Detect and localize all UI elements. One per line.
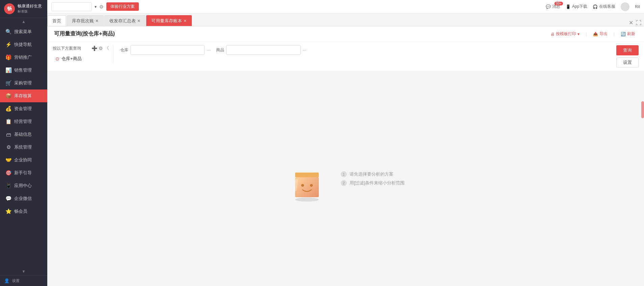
- tab-recv-summary-label: 收发存汇总表: [109, 18, 136, 24]
- user-icon: 👤: [4, 278, 9, 283]
- print-icon: 🖨: [550, 32, 555, 36]
- tab-recv-summary[interactable]: 收发存汇总表 ✕: [104, 15, 146, 26]
- topbar-avatar[interactable]: [621, 2, 629, 11]
- sidebar-subtitle: 标准版: [18, 9, 42, 14]
- search-icon: 🔍: [5, 29, 11, 35]
- sidebar-item-search[interactable]: 🔍 搜索菜单: [0, 25, 47, 38]
- sidebar-item-member[interactable]: ⭐ 畅会员: [0, 205, 47, 218]
- query-btn[interactable]: 查询: [616, 45, 639, 55]
- sidebar-item-label: 快捷导航: [14, 42, 32, 48]
- sidebar-item-label: 基础信息: [14, 131, 32, 137]
- filter-scheme-header: 按以下方案查询 ➕ ⚙ 《: [53, 45, 109, 51]
- svg-point-6: [301, 184, 304, 187]
- sidebar-item-label: 采购管理: [14, 80, 32, 86]
- tab-expand-btn[interactable]: ⛶: [636, 20, 641, 26]
- sidebar-nav: 🔍 搜索菜单 ⚡ 快捷导航 🎁 营销推广 📊 销售管理 🛒 采购管理 📦 库存核…: [0, 25, 47, 268]
- warehouse-label: 仓库: [120, 47, 128, 53]
- empty-hint-2-text: 用[过滤]条件来缩小分析范围: [350, 180, 405, 186]
- message-badge: 99+: [555, 2, 563, 5]
- tab-close-btn[interactable]: ✕: [629, 20, 633, 26]
- sidebar-item-label: 经营管理: [14, 119, 32, 125]
- topbar-app-download[interactable]: 📱 App下载: [566, 4, 587, 9]
- tab-available-qty-close[interactable]: ✕: [183, 19, 187, 23]
- tab-home-label: 首页: [52, 18, 61, 24]
- sidebar-item-newbie[interactable]: 🎯 新手引导: [0, 166, 47, 179]
- page-header: 可用量查询(按仓库+商品) 🖨 按模板打印 ▾ | 📤 导出 | 🔄 刷新: [47, 26, 644, 42]
- sidebar-item-sales[interactable]: 📊 销售管理: [0, 64, 47, 77]
- tab-available-qty-label: 可用量库存账本: [151, 18, 182, 24]
- main-content: ▾ ⚙ 体验行业方案 💬 消息 99+ 📱 App下载 🎧 在线客服 Rit 首…: [47, 0, 644, 286]
- sidebar-item-purchase[interactable]: 🛒 采购管理: [0, 77, 47, 89]
- content-area: 1 请先选择要分析的方案 2 用[过滤]条件来缩小分析范围: [47, 71, 644, 286]
- headset-icon: 🎧: [593, 4, 598, 9]
- empty-hint-1-text: 请先选择要分析的方案: [350, 171, 393, 177]
- settings-btn[interactable]: 设置: [616, 57, 639, 68]
- topbar-dropdown[interactable]: ▾: [95, 4, 97, 9]
- base-info-icon: 🗃: [5, 132, 11, 137]
- warehouse-more-icon[interactable]: ···: [207, 47, 211, 53]
- marketing-icon: 🎁: [5, 54, 11, 60]
- sidebar-item-wechat[interactable]: 💬 企业微信: [0, 192, 47, 205]
- sidebar-item-label: 畅会员: [14, 208, 27, 214]
- sidebar-item-label: 应用中心: [14, 183, 32, 189]
- right-scrollbar[interactable]: [641, 101, 644, 118]
- svg-rect-2: [295, 177, 319, 197]
- add-scheme-btn[interactable]: ➕: [92, 45, 97, 51]
- topbar-search-input[interactable]: [51, 2, 92, 11]
- collapse-scheme-btn[interactable]: 《: [104, 45, 109, 51]
- tab-batch-ledger[interactable]: 库存批次账 ✕: [67, 15, 104, 26]
- page-actions: 🖨 按模板打印 ▾ | 📤 导出 | 🔄 刷新: [548, 30, 637, 38]
- sidebar-logo: 畅: [4, 3, 15, 14]
- app-center-icon: 📱: [5, 183, 11, 189]
- collab-icon: 🤝: [5, 157, 11, 163]
- print-btn[interactable]: 🖨 按模板打印 ▾: [548, 30, 582, 38]
- tab-home[interactable]: 首页: [47, 15, 66, 26]
- topbar-gear-icon[interactable]: ⚙: [99, 4, 104, 9]
- tab-recv-summary-close[interactable]: ✕: [137, 19, 140, 23]
- filter-fields: 仓库 ··· 商品 ···: [113, 45, 608, 55]
- goods-input[interactable]: [226, 45, 301, 55]
- sidebar-item-marketing[interactable]: 🎁 营销推广: [0, 51, 47, 64]
- sidebar-item-collab[interactable]: 🤝 企业协同: [0, 154, 47, 166]
- topbar-online-service[interactable]: 🎧 在线客服: [593, 4, 615, 9]
- tab-batch-ledger-close[interactable]: ✕: [95, 19, 99, 23]
- member-icon: ⭐: [5, 208, 11, 214]
- warehouse-input[interactable]: [130, 45, 205, 55]
- sidebar-item-app-center[interactable]: 📱 应用中心: [0, 179, 47, 192]
- tab-controls: ✕ ⛶: [626, 20, 644, 26]
- trial-btn[interactable]: 体验行业方案: [106, 2, 139, 11]
- sys-mgmt-icon: ⚙: [5, 144, 11, 150]
- sidebar-item-label: 系统管理: [14, 144, 32, 150]
- sidebar-item-label: 企业协同: [14, 157, 32, 163]
- filter-goods: 商品 ···: [216, 45, 307, 55]
- sidebar-item-label: 销售管理: [14, 67, 32, 73]
- topbar-message[interactable]: 💬 消息 99+: [546, 4, 560, 9]
- filter-warehouse: 仓库 ···: [120, 45, 211, 55]
- sidebar-item-base-info[interactable]: 🗃 基础信息: [0, 128, 47, 141]
- sidebar-item-inventory[interactable]: 📦 库存核算: [0, 89, 47, 102]
- sidebar-item-sys-mgmt[interactable]: ⚙ 系统管理: [0, 141, 47, 154]
- scheme-item-warehouse[interactable]: ⊙ 仓库+商品: [53, 54, 109, 63]
- sales-icon: 📊: [5, 67, 11, 73]
- phone-icon: 📱: [566, 4, 571, 9]
- settings-scheme-btn[interactable]: ⚙: [99, 45, 103, 51]
- sidebar-item-label: 新手引导: [14, 170, 32, 176]
- svg-point-7: [310, 184, 313, 187]
- goods-more-icon[interactable]: ···: [303, 47, 307, 53]
- filter-scheme: 按以下方案查询 ➕ ⚙ 《 ⊙ 仓库+商品: [53, 45, 113, 63]
- empty-hints: 1 请先选择要分析的方案 2 用[过滤]条件来缩小分析范围: [341, 171, 405, 186]
- sidebar-item-operation[interactable]: 📋 经营管理: [0, 115, 47, 128]
- tab-available-qty[interactable]: 可用量库存账本 ✕: [146, 15, 192, 26]
- sidebar-item-label: 企业微信: [14, 196, 32, 202]
- sidebar-scroll-up[interactable]: ▲: [0, 18, 47, 25]
- sidebar-item-finance[interactable]: 💰 资金管理: [0, 102, 47, 115]
- refresh-btn[interactable]: 🔄 刷新: [619, 30, 637, 38]
- sidebar-user[interactable]: 👤 设置: [0, 275, 47, 286]
- export-btn[interactable]: 📤 导出: [591, 30, 610, 38]
- sidebar-scroll-down[interactable]: ▼: [0, 268, 47, 275]
- export-icon: 📤: [593, 32, 598, 36]
- topbar-username[interactable]: Rit: [635, 4, 640, 9]
- sidebar-item-quick-nav[interactable]: ⚡ 快捷导航: [0, 38, 47, 51]
- sidebar-title: 畅康通好生意: [18, 4, 42, 9]
- message-icon: 💬: [546, 4, 551, 9]
